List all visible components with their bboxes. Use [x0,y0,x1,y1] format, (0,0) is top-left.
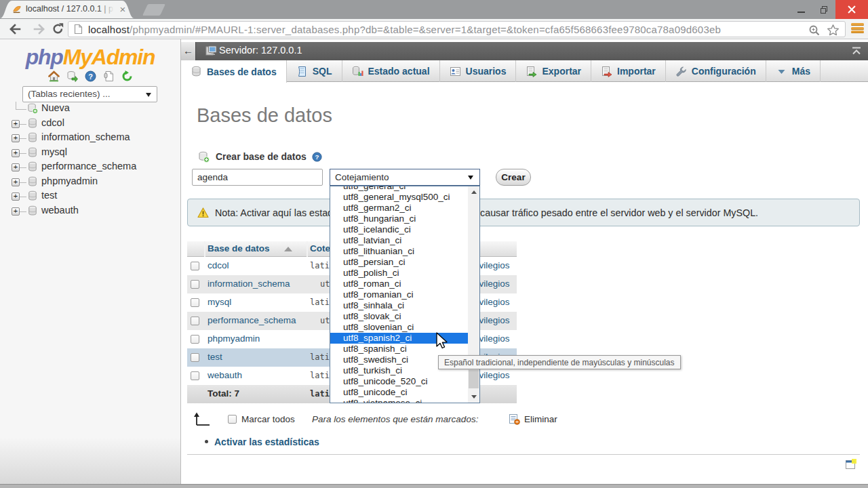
expand-icon[interactable]: + [12,149,20,157]
home-icon[interactable] [48,70,60,82]
tree-item-test[interactable]: +test [0,189,180,204]
database-name-link[interactable]: performance_schema [208,315,296,325]
menu-tab-m-s[interactable]: Más [766,60,821,82]
expand-icon[interactable]: + [12,134,20,142]
collapse-top-icon[interactable] [852,47,861,56]
check-all-label[interactable]: Marcar todos [241,414,295,424]
menu-tab-exportar[interactable]: Exportar [516,60,591,82]
bookmark-star-icon[interactable] [827,24,840,37]
documentation-icon[interactable] [103,70,115,82]
menu-tab-usuarios[interactable]: Usuarios [440,60,517,82]
scroll-down-icon[interactable] [468,391,479,403]
tree-item-label[interactable]: mysql [41,146,67,157]
dropdown-option-utf8_lithuanian_ci[interactable]: utf8_lithuanian_ci [330,246,468,257]
help-icon[interactable]: ? [312,152,322,162]
collation-dropdown-list[interactable]: utf8_general_ciutf8_general_mysql500_ciu… [330,186,480,403]
tab-close-icon[interactable]: × [118,5,127,14]
scroll-up-icon[interactable] [468,186,479,198]
create-button[interactable]: Crear [496,169,531,186]
help-icon[interactable]: ? [85,70,96,82]
tree-item-label[interactable]: information_schema [41,131,130,142]
menu-tab-bases-de-datos[interactable]: Bases de datos [181,60,287,83]
database-name-link[interactable]: webauth [208,370,242,380]
back-button[interactable] [5,19,26,39]
dropdown-option-utf8_slovenian_ci[interactable]: utf8_slovenian_ci [330,322,468,333]
expand-icon[interactable]: + [12,120,20,128]
dropdown-option-utf8_slovak_ci[interactable]: utf8_slovak_ci [330,311,468,322]
url-text[interactable]: localhost/phpmyadmin/#PMAURL-1:server_da… [88,24,721,35]
new-window-icon[interactable] [845,458,857,470]
row-checkbox[interactable] [191,262,199,270]
scrollbar-thumb[interactable] [469,370,479,388]
tree-item-nueva[interactable]: Nueva [0,102,180,117]
refresh-icon[interactable] [121,70,133,82]
menu-tab-sql[interactable]: SQL [287,60,342,82]
dropdown-option-utf8_icelandic_ci[interactable]: utf8_icelandic_ci [330,224,468,235]
dropdown-option-utf8_roman_ci[interactable]: utf8_roman_ci [330,279,468,289]
dropdown-option-utf8_sinhala_ci[interactable]: utf8_sinhala_ci [330,300,468,311]
tree-item-webauth[interactable]: +webauth [0,204,180,219]
tree-item-label[interactable]: Nueva [41,102,70,113]
row-checkbox[interactable] [191,317,199,325]
window-close-button[interactable] [835,0,868,19]
dropdown-option-utf8_german2_ci[interactable]: utf8_german2_ci [330,203,468,214]
dropdown-option-utf8_persian_ci[interactable]: utf8_persian_ci [330,257,468,268]
database-name-input[interactable]: agenda [192,169,323,186]
browser-tab[interactable]: localhost / 127.0.0.1 | phpMyAdmin × [0,0,134,18]
tree-item-mysql[interactable]: +mysql [0,146,180,161]
database-name-link[interactable]: information_schema [208,279,290,289]
forward-button[interactable] [28,19,49,39]
dropdown-option-utf8_vietnamese_ci[interactable]: utf8_vietnamese_ci [330,398,468,403]
database-name-link[interactable]: phpmyadmin [208,333,260,344]
delete-label[interactable]: Eliminar [524,414,557,424]
recent-tables-select[interactable]: (Tablas recientes) ... [22,86,157,102]
dropdown-option-utf8_hungarian_ci[interactable]: utf8_hungarian_ci [330,214,468,224]
dropdown-option-utf8_unicode_520_ci[interactable]: utf8_unicode_520_ci [330,376,468,387]
tree-item-label[interactable]: webauth [41,205,79,216]
tree-item-label[interactable]: cdcol [41,117,64,128]
menu-tab-configuraci-n[interactable]: Configuración [666,60,766,82]
new-tab-button[interactable] [142,4,165,16]
phpmyadmin-logo[interactable]: phpMyAdmin [0,45,180,70]
address-bar[interactable]: localhost/phpmyadmin/#PMAURL-1:server_da… [68,21,846,37]
browser-menu-button[interactable] [851,23,864,35]
tree-item-cdcol[interactable]: +cdcol [0,117,180,131]
tree-item-phpmyadmin[interactable]: +phpmyadmin [0,175,180,190]
column-header-database[interactable]: Base de datos [208,243,270,253]
dropdown-option-utf8_general_ci[interactable]: utf8_general_ci [330,186,468,192]
row-checkbox[interactable] [191,298,199,307]
enable-statistics-link[interactable]: Activar las estadísticas [214,436,319,447]
dropdown-option-utf8_polish_ci[interactable]: utf8_polish_ci [330,268,468,279]
row-checkbox[interactable] [191,371,199,380]
tree-item-label[interactable]: test [41,190,57,201]
dropdown-option-utf8_unicode_ci[interactable]: utf8_unicode_ci [330,387,468,398]
dropdown-option-utf8_latvian_ci[interactable]: utf8_latvian_ci [330,235,468,246]
menu-tab-importar[interactable]: Importar [591,60,666,82]
dropdown-scrollbar[interactable] [468,186,479,403]
database-name-link[interactable]: cdcol [208,260,229,270]
logout-icon[interactable] [66,70,78,82]
tree-item-label[interactable]: phpmyadmin [41,176,98,186]
dropdown-option-utf8_romanian_ci[interactable]: utf8_romanian_ci [330,289,468,300]
row-checkbox[interactable] [191,280,199,289]
nav-panel-collapse-button[interactable]: ← [181,42,196,60]
tree-item-performance_schema[interactable]: +performance_schema [0,160,180,175]
database-name-link[interactable]: mysql [208,297,231,307]
tree-item-information_schema[interactable]: +information_schema [0,131,180,146]
row-checkbox[interactable] [191,353,199,362]
expand-icon[interactable]: + [12,178,20,186]
expand-icon[interactable]: + [12,163,20,171]
collation-select[interactable]: Cotejamiento [330,169,480,186]
database-name-link[interactable]: test [208,352,222,362]
expand-icon[interactable]: + [12,207,20,216]
window-minimize-button[interactable] [789,0,812,19]
tree-item-label[interactable]: performance_schema [41,161,136,171]
dropdown-option-utf8_general_mysql500_ci[interactable]: utf8_general_mysql500_ci [330,192,468,203]
check-all-checkbox[interactable] [228,415,237,424]
reload-button[interactable] [49,19,67,39]
row-checkbox[interactable] [191,335,199,344]
window-maximize-button[interactable] [812,0,835,19]
zoom-icon[interactable] [808,24,821,37]
expand-icon[interactable]: + [12,192,20,201]
menu-tab-estado-actual[interactable]: Estado actual [342,60,440,82]
